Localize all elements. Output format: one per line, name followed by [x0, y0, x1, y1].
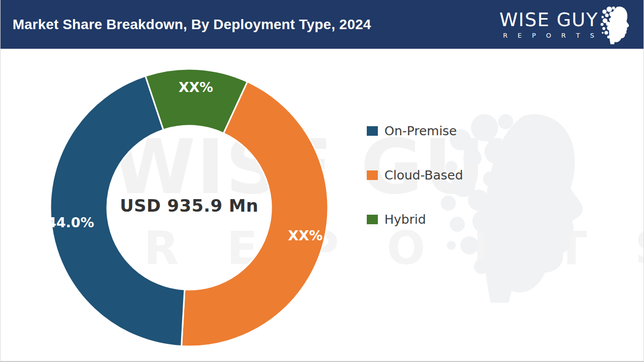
slice-label: XX% — [179, 79, 213, 95]
logo-subtitle: R E P O R T S — [503, 32, 598, 39]
legend-swatch-hybrid — [367, 215, 378, 224]
chart-legend: On-Premise Cloud-Based Hybrid — [367, 125, 463, 226]
legend-item-cloud-based: Cloud-Based — [367, 169, 463, 182]
logo-text: WISE GUY R E P O R T S — [500, 11, 598, 39]
wiseguy-face-icon — [600, 5, 630, 44]
logo-name: WISE GUY — [500, 11, 598, 29]
legend-item-on-premise: On-Premise — [367, 125, 463, 137]
legend-swatch-on-premise — [367, 126, 378, 136]
legend-label: On-Premise — [384, 125, 457, 137]
legend-swatch-cloud-based — [367, 170, 378, 180]
slice-label: 44.0% — [48, 215, 94, 230]
chart-center-value: USD 935.9 Mn — [120, 196, 259, 216]
infographic-page: Market Share Breakdown, By Deployment Ty… — [0, 0, 644, 362]
header-bar: Market Share Breakdown, By Deployment Ty… — [1, 0, 643, 49]
wiseguy-logo: WISE GUY R E P O R T S — [500, 5, 630, 44]
legend-label: Cloud-Based — [384, 169, 463, 182]
slice-label: XX% — [288, 228, 323, 243]
legend-item-hybrid: Hybrid — [367, 213, 463, 226]
page-title: Market Share Breakdown, By Deployment Ty… — [13, 17, 371, 33]
legend-label: Hybrid — [384, 213, 426, 226]
